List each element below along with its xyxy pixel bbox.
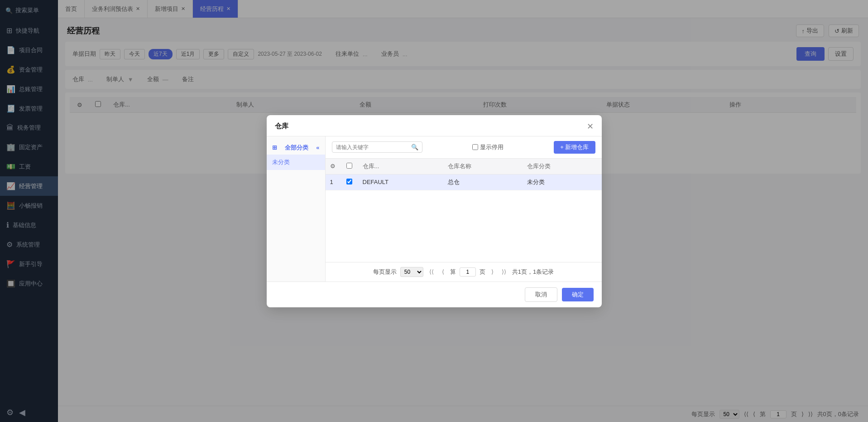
page-input[interactable] [460, 267, 476, 276]
row-name: 总仓 [443, 174, 523, 190]
row-checkbox[interactable] [342, 174, 358, 190]
modal-left-panel: ⊞ 全部分类 « 未分类 [267, 136, 326, 281]
cancel-button[interactable]: 取消 [525, 287, 557, 302]
row-code: DEFAULT [358, 174, 443, 190]
warehouse-search-input[interactable] [336, 144, 408, 150]
confirm-button[interactable]: 确定 [562, 288, 594, 301]
warehouse-table: ⚙ 仓库... 仓库名称 [326, 159, 602, 262]
th-warehouse-name: 仓库名称 [443, 159, 523, 175]
row-category: 未分类 [523, 174, 602, 190]
th-settings: ⚙ [326, 159, 342, 175]
modal-overlay: 仓库 ✕ ⊞ 全部分类 « 未分类 [0, 0, 868, 422]
next-page-nav[interactable]: ⟩ [489, 267, 496, 276]
modal-body: ⊞ 全部分类 « 未分类 🔍 [267, 136, 602, 281]
category-item-uncategorized[interactable]: 未分类 [267, 155, 325, 170]
table-header-row: ⚙ 仓库... 仓库名称 [326, 159, 602, 175]
last-page-nav[interactable]: ⟩⟩ [499, 267, 508, 276]
modal-pagination: 每页显示 50 10 20 100 ⟨⟨ ⟨ 算 页 ⟩ ⟩⟩ 共1页，1条记录 [326, 262, 602, 281]
modal-right-panel: 🔍 显示停用 + 新增仓库 ⚙ [326, 136, 602, 281]
th-checkbox [342, 159, 358, 175]
modal-footer: 取消 确定 [267, 281, 602, 307]
page-size-select[interactable]: 50 10 20 100 [400, 267, 423, 277]
prev-page-nav[interactable]: ⟨ [440, 267, 446, 276]
modal-toolbar: 🔍 显示停用 + 新增仓库 [326, 136, 602, 159]
table-row[interactable]: 1 DEFAULT 总仓 未分类 [326, 174, 602, 190]
all-category-icon: ⊞ [272, 144, 277, 151]
search-icon: 🔍 [411, 144, 418, 150]
collapse-icon[interactable]: « [316, 144, 319, 151]
first-page-nav[interactable]: ⟨⟨ [427, 267, 436, 276]
modal-header: 仓库 ✕ [267, 115, 602, 136]
show-disabled-checkbox[interactable] [472, 144, 478, 150]
th-warehouse-category: 仓库分类 [523, 159, 602, 175]
row-select-checkbox[interactable] [346, 179, 352, 184]
show-disabled-toggle[interactable]: 显示停用 [472, 143, 504, 151]
category-scroll: 未分类 [267, 155, 325, 277]
row-settings: 1 [326, 174, 342, 190]
modal-title: 仓库 [275, 122, 288, 131]
warehouse-search-box[interactable]: 🔍 [332, 141, 422, 153]
table-select-all[interactable] [346, 163, 352, 169]
th-warehouse-code: 仓库... [358, 159, 443, 175]
modal-close-button[interactable]: ✕ [587, 121, 594, 131]
warehouse-modal: 仓库 ✕ ⊞ 全部分类 « 未分类 [267, 115, 602, 307]
all-category-header[interactable]: ⊞ 全部分类 « [267, 141, 325, 155]
add-warehouse-button[interactable]: + 新增仓库 [554, 141, 595, 154]
